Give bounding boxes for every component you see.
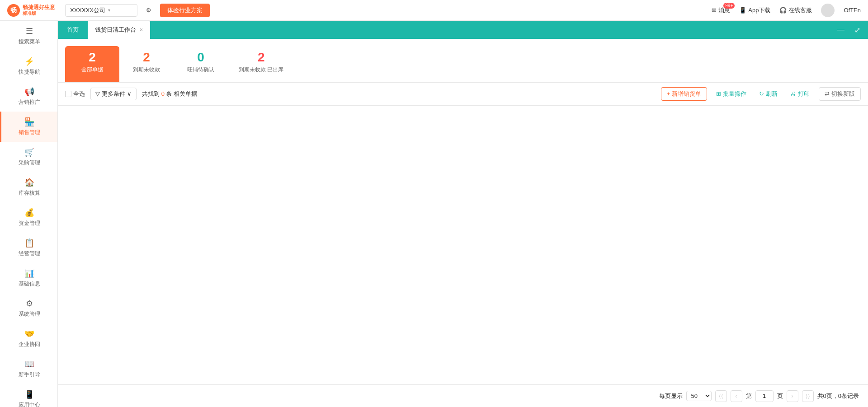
stat-shipped-number: 2 xyxy=(239,50,283,65)
sidebar-item-cooperation[interactable]: 🤝 企业协同 xyxy=(0,323,57,354)
sidebar-item-quick-nav[interactable]: ⚡ 快捷导航 xyxy=(0,51,57,81)
company-name: XXXXXX公司 xyxy=(70,6,105,14)
stat-all-number: 2 xyxy=(76,50,108,65)
sidebar-label-inventory: 库存核算 xyxy=(19,189,40,197)
guide-icon: 📖 xyxy=(24,359,34,369)
sidebar-item-inventory[interactable]: 🏠 库存核算 xyxy=(0,172,57,202)
sidebar-item-system[interactable]: ⚙ 系统管理 xyxy=(0,293,57,323)
stat-card-all[interactable]: 2 全部单据 xyxy=(65,46,119,82)
search-menu-icon: ☰ xyxy=(26,26,33,36)
sidebar-label-system: 系统管理 xyxy=(19,310,40,318)
tab-expand-button[interactable]: ⤢ xyxy=(851,23,863,36)
header-right: ✉ 消息 99+ 📱 App下载 🎧 在线客服 OfTEn xyxy=(712,4,861,17)
last-page-button[interactable]: ⟩⟩ xyxy=(802,390,814,402)
found-unit: 条 xyxy=(166,90,172,97)
purchase-icon: 🛒 xyxy=(24,147,34,157)
tab-close-button[interactable]: × xyxy=(140,27,143,33)
page-number-input[interactable]: 1 xyxy=(755,390,774,402)
top-header: 畅 畅捷通好生意 标准版 XXXXXX公司 ▾ ⚙ 体验行业方案 ✉ 消息 99… xyxy=(0,0,868,21)
total-records-label: 共0页，0条记录 xyxy=(817,392,859,400)
quick-nav-icon: ⚡ xyxy=(24,56,34,66)
refresh-button[interactable]: ↻ 刷新 xyxy=(755,88,781,100)
app-download-item[interactable]: 📱 App下载 xyxy=(739,6,770,14)
pagination-bar: 每页显示 50 100 200 ⟨⟨ ‹ 第 1 页 › ⟩⟩ 共0页，0条记录 xyxy=(58,384,868,407)
stat-card-shipped[interactable]: 2 到期未收款 已出库 xyxy=(228,46,294,82)
stat-card-pending[interactable]: 0 旺铺待确认 xyxy=(174,46,228,82)
stat-pending-label: 旺铺待确认 xyxy=(184,66,217,74)
tab-minimize-button[interactable]: — xyxy=(835,23,847,36)
sales-icon: 🏪 xyxy=(24,117,34,127)
content-area: 首页 钱货日清工作台 × — ⤢ 2 全部单据 2 到期未收款 xyxy=(58,21,868,407)
system-icon: ⚙ xyxy=(26,299,33,309)
sidebar-item-basic-info[interactable]: 📊 基础信息 xyxy=(0,263,57,293)
company-dropdown-arrow: ▾ xyxy=(108,8,110,13)
messages-item[interactable]: ✉ 消息 99+ xyxy=(712,6,730,14)
prev-page-button[interactable]: ‹ xyxy=(731,390,742,402)
select-all-checkbox[interactable]: 全选 xyxy=(65,90,85,98)
tab-home[interactable]: 首页 xyxy=(58,21,88,39)
settings-icon[interactable]: ⚙ xyxy=(142,4,156,17)
stat-pending-number: 0 xyxy=(184,50,217,65)
filter-button[interactable]: ▽ 更多条件 ∨ xyxy=(90,88,137,100)
logo-icon: 畅 xyxy=(7,4,20,17)
sidebar-item-marketing[interactable]: 📢 营销推广 xyxy=(0,81,57,112)
found-text: 共找到 0 条 相关单据 xyxy=(142,90,197,98)
batch-icon: ⊞ xyxy=(716,90,721,97)
refresh-icon: ↻ xyxy=(759,90,764,97)
sidebar-item-sales[interactable]: 🏪 销售管理 xyxy=(0,112,57,142)
per-page-label: 每页显示 xyxy=(659,392,683,400)
sidebar-label-cooperation: 企业协同 xyxy=(19,341,40,348)
stat-shipped-label: 到期未收款 已出库 xyxy=(239,66,283,74)
tab-active[interactable]: 钱货日清工作台 × xyxy=(88,21,150,39)
print-label: 打印 xyxy=(798,90,810,98)
page-prefix-label: 第 xyxy=(746,392,752,400)
next-page-button[interactable]: › xyxy=(787,390,798,402)
switch-version-button[interactable]: ⇄ 切换新版 xyxy=(819,87,861,101)
batch-operation-button[interactable]: ⊞ 批量操作 xyxy=(712,88,750,100)
company-selector[interactable]: XXXXXX公司 ▾ xyxy=(65,4,137,17)
sidebar-label-operations: 经营管理 xyxy=(19,250,40,257)
phone-icon: 📱 xyxy=(739,7,746,14)
found-prefix: 共找到 xyxy=(142,90,160,97)
logo-text: 畅捷通好生意 标准版 xyxy=(23,4,55,16)
basic-info-icon: 📊 xyxy=(24,268,34,278)
sidebar-label-guide: 新手引导 xyxy=(19,371,40,379)
sidebar-item-search-menu[interactable]: ☰ 搜索菜单 xyxy=(0,21,57,51)
trial-button[interactable]: 体验行业方案 xyxy=(160,4,210,17)
toolbar: 全选 ▽ 更多条件 ∨ 共找到 0 条 相关单据 + 新增销货单 ⊞ xyxy=(58,83,868,106)
stat-card-overdue[interactable]: 2 到期未收款 xyxy=(119,46,174,82)
sidebar-item-finance[interactable]: 💰 资金管理 xyxy=(0,202,57,233)
stat-all-label: 全部单据 xyxy=(76,66,108,74)
per-page-select[interactable]: 50 100 200 xyxy=(686,391,712,401)
refresh-label: 刷新 xyxy=(766,90,778,98)
tab-bar: 首页 钱货日清工作台 × — ⤢ xyxy=(58,21,868,39)
messages-badge: 99+ xyxy=(723,3,735,9)
operations-icon: 📋 xyxy=(24,238,34,248)
switch-icon: ⇄ xyxy=(825,90,830,97)
filter-arrow-icon: ∨ xyxy=(127,90,132,97)
logo-line2: 标准版 xyxy=(23,11,55,16)
new-sale-button[interactable]: + 新增销货单 xyxy=(661,87,707,101)
select-all-label: 全选 xyxy=(73,90,85,98)
first-page-button[interactable]: ⟨⟨ xyxy=(715,390,727,402)
sidebar-item-purchase[interactable]: 🛒 采购管理 xyxy=(0,142,57,172)
page-unit-label: 页 xyxy=(777,392,783,400)
username-area[interactable]: OfTEn xyxy=(844,7,861,14)
logo-area: 畅 畅捷通好生意 标准版 xyxy=(7,4,65,17)
marketing-icon: 📢 xyxy=(24,87,34,97)
sidebar: ☰ 搜索菜单 ⚡ 快捷导航 📢 营销推广 🏪 销售管理 🛒 采购管理 🏠 库存核… xyxy=(0,21,58,407)
sidebar-item-app-center[interactable]: 📱 应用中心 xyxy=(0,384,57,407)
sidebar-label-marketing: 营销推广 xyxy=(19,98,40,106)
checkbox-input[interactable] xyxy=(65,91,71,97)
sidebar-item-guide[interactable]: 📖 新手引导 xyxy=(0,354,57,384)
inventory-icon: 🏠 xyxy=(24,178,34,187)
user-avatar[interactable] xyxy=(821,4,835,17)
sidebar-item-operations[interactable]: 📋 经营管理 xyxy=(0,233,57,263)
found-suffix: 相关单据 xyxy=(174,90,197,97)
online-service-item[interactable]: 🎧 在线客服 xyxy=(779,6,812,14)
filter-icon: ▽ xyxy=(95,90,100,97)
app-center-icon: 📱 xyxy=(24,389,34,399)
tab-active-label: 钱货日清工作台 xyxy=(95,26,136,34)
print-button[interactable]: 🖨 打印 xyxy=(787,88,813,100)
tab-bar-controls: — ⤢ xyxy=(835,23,868,36)
